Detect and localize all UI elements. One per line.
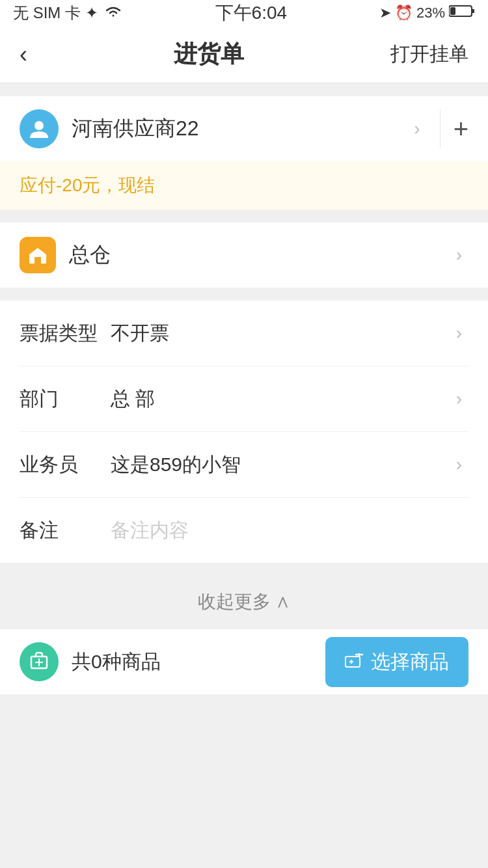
open-pending-button[interactable]: 打开挂单 xyxy=(390,41,468,68)
battery-text: 23% xyxy=(416,5,445,21)
collapse-row[interactable]: 收起更多 ∧ xyxy=(0,576,488,628)
select-product-button[interactable]: 选择商品 xyxy=(325,637,468,687)
salesman-value: 这是859的小智 xyxy=(111,452,456,478)
invoice-row[interactable]: 票据类型 不开票 › xyxy=(0,301,488,366)
warehouse-icon xyxy=(20,237,56,273)
add-supplier-button[interactable]: + xyxy=(454,115,468,144)
supplier-row[interactable]: 河南供应商22 › + xyxy=(0,96,488,161)
product-bar: 共0种商品 选择商品 xyxy=(0,629,488,694)
product-icon xyxy=(20,642,59,681)
bottom-area xyxy=(0,694,488,868)
wifi-icon xyxy=(103,4,123,22)
remark-label: 备注 xyxy=(20,517,111,544)
select-product-label: 选择商品 xyxy=(371,649,449,675)
status-time: 下午6:04 xyxy=(215,1,288,25)
svg-rect-2 xyxy=(450,7,455,15)
svg-rect-4 xyxy=(34,257,41,264)
status-left: 无 SIM 卡 ✦ xyxy=(13,3,123,23)
invoice-label: 票据类型 xyxy=(20,320,111,347)
battery-icon xyxy=(449,5,475,21)
supplier-divider xyxy=(440,109,441,148)
dept-chevron-icon: › xyxy=(456,388,462,409)
gap-1 xyxy=(0,83,488,96)
salesman-chevron-icon: › xyxy=(456,454,462,475)
notice-banner: 应付-20元，现结 xyxy=(0,161,488,210)
alarm-icon: ⏰ xyxy=(395,5,413,21)
salesman-row[interactable]: 业务员 这是859的小智 › xyxy=(0,432,488,497)
signal-text: 无 SIM 卡 ✦ xyxy=(13,3,98,23)
dept-row[interactable]: 部门 总 部 › xyxy=(0,366,488,431)
page-title: 进货单 xyxy=(174,38,244,70)
warehouse-row[interactable]: 总仓 › xyxy=(0,223,488,288)
svg-point-3 xyxy=(34,121,44,130)
dept-label: 部门 xyxy=(20,386,111,413)
status-bar: 无 SIM 卡 ✦ 下午6:04 ➤ ⏰ 23% xyxy=(0,0,488,26)
remark-input[interactable]: 备注内容 xyxy=(111,517,468,544)
back-button[interactable]: ‹ xyxy=(20,41,27,68)
nav-bar: ‹ 进货单 打开挂单 xyxy=(0,26,488,83)
svg-rect-1 xyxy=(472,9,474,13)
supplier-avatar xyxy=(20,109,59,148)
supplier-chevron-icon: › xyxy=(414,118,420,139)
invoice-chevron-icon: › xyxy=(456,323,462,344)
invoice-value: 不开票 xyxy=(111,320,456,347)
form-section: 票据类型 不开票 › 部门 总 部 › 业务员 这是859的小智 › 备注 备注… xyxy=(0,301,488,563)
status-right: ➤ ⏰ 23% xyxy=(379,5,475,21)
warehouse-chevron-icon: › xyxy=(456,245,462,265)
supplier-name: 河南供应商22 xyxy=(72,115,414,143)
remark-row[interactable]: 备注 备注内容 xyxy=(0,498,488,563)
collapse-label: 收起更多 ∧ xyxy=(198,590,291,614)
location-icon: ➤ xyxy=(379,5,391,21)
dept-value: 总 部 xyxy=(111,386,456,413)
warehouse-name: 总仓 xyxy=(69,241,456,269)
salesman-label: 业务员 xyxy=(20,452,111,478)
product-count: 共0种商品 xyxy=(72,649,325,675)
